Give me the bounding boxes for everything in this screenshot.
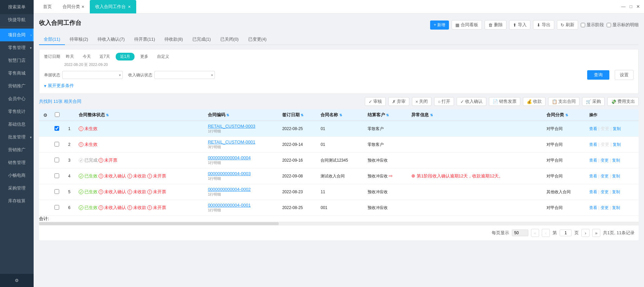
expense-out-button[interactable]: 💸 费用支出 xyxy=(607,97,639,106)
filter-tab-pending-income[interactable]: 待收入确认(7) xyxy=(93,34,129,45)
expand-conditions-button[interactable]: ▾ 展开更多条件 xyxy=(44,83,634,89)
sidebar-item-retail-stats[interactable]: 零售统计 xyxy=(0,105,34,118)
delete-button[interactable]: 🗑 删除 xyxy=(485,20,506,30)
row-checkbox-1[interactable] xyxy=(51,121,63,137)
contract-code-link-6[interactable]: 0000000000004-0001 xyxy=(208,203,251,208)
close-icon[interactable]: ✕ xyxy=(81,5,84,9)
page-input[interactable] xyxy=(560,230,572,236)
income-confirm-select[interactable] xyxy=(154,71,215,79)
date-yesterday[interactable]: 昨天 xyxy=(63,53,77,60)
purchase-button[interactable]: 🛒 采购 xyxy=(582,97,605,106)
col-checkbox-all[interactable] xyxy=(51,109,63,121)
sidebar-item-purchase[interactable]: 采购管理 xyxy=(0,182,34,195)
row-expand-1[interactable] xyxy=(39,121,51,137)
close-contract-button[interactable]: × 关闭 xyxy=(412,97,432,106)
review-button[interactable]: ✓ 审核 xyxy=(365,97,386,106)
sidebar-item-smart-store[interactable]: 智慧门店 xyxy=(0,54,34,67)
sidebar-item-ecommerce[interactable]: 小畅电商 xyxy=(0,169,34,182)
filter-tab-changed[interactable]: 已变更(4) xyxy=(243,34,271,45)
col-contract-code[interactable]: 合同编码 ⇅ xyxy=(204,109,279,121)
view-btn-3[interactable]: 查看 xyxy=(589,158,597,163)
query-button[interactable]: 查询 xyxy=(587,70,609,80)
sidebar-item-retail-mgmt[interactable]: 零售管理 ▾ xyxy=(0,41,34,54)
last-page-btn[interactable]: » xyxy=(592,229,600,237)
view-btn-5[interactable]: 查看 xyxy=(589,190,597,194)
sidebar-item-retail-mall[interactable]: 零售商城 xyxy=(0,67,34,80)
filter-tab-pending-invoice[interactable]: 待开票(11) xyxy=(129,34,160,45)
horizontal-scrollbar[interactable] xyxy=(39,222,279,225)
filter-tab-all[interactable]: 全部(11) xyxy=(39,34,65,45)
export-button[interactable]: ⬇ 导出 xyxy=(533,20,554,30)
minimize-icon[interactable]: — xyxy=(621,4,626,9)
contract-board-button[interactable]: ▦ 合同看板 xyxy=(452,20,482,30)
copy-btn-5[interactable]: 复制 xyxy=(612,190,620,194)
income-confirm-button[interactable]: ✓ 收入确认 xyxy=(457,97,486,106)
contract-code-link-5[interactable]: 0000000000004-0002 xyxy=(208,187,251,192)
sidebar-item-member[interactable]: 会员中心 xyxy=(0,92,34,105)
first-page-btn[interactable]: « xyxy=(531,229,539,237)
next-page-btn[interactable]: › xyxy=(581,229,590,237)
contract-code-link-2[interactable]: RETAIL_CUSTOM-0001 xyxy=(208,139,255,145)
page-size-select[interactable]: 50 100 xyxy=(512,230,528,236)
copy-btn-4[interactable]: 复制 xyxy=(612,174,620,178)
sidebar-search[interactable]: 搜索菜单 xyxy=(0,0,34,14)
col-sign-date[interactable]: 签订日期 ⇅ xyxy=(279,109,317,121)
col-category[interactable]: 合同分类 ⇅ xyxy=(543,109,585,121)
doc-status-select[interactable] xyxy=(62,71,123,79)
copy-btn-6[interactable]: 复制 xyxy=(612,205,620,210)
show-stage-checkbox[interactable]: 显示阶段 xyxy=(581,22,604,28)
contract-code-link-3[interactable]: 0000000000004-0004 xyxy=(208,155,251,160)
copy-btn-1[interactable]: 复制 xyxy=(613,126,621,131)
sidebar-item-sales-mgmt[interactable]: 销售管理 xyxy=(0,156,34,169)
view-btn-2[interactable]: 查看 xyxy=(589,142,597,147)
col-contract-name[interactable]: 合同名称 ⇅ xyxy=(317,109,364,121)
col-abnormal[interactable]: 异常信息 ⇅ xyxy=(408,109,543,121)
open-contract-button[interactable]: ○ 打开 xyxy=(434,97,454,106)
date-more[interactable]: 更多 xyxy=(137,53,151,60)
sidebar-settings[interactable]: ⚙ xyxy=(0,274,34,287)
filter-tab-closed[interactable]: 已关闭(0) xyxy=(216,34,243,45)
date-last7[interactable]: 近7天 xyxy=(97,53,113,60)
maximize-icon[interactable]: □ xyxy=(630,4,632,9)
view-btn-6[interactable]: 查看 xyxy=(589,205,597,210)
view-btn-1[interactable]: 查看 xyxy=(589,126,597,131)
reset-button[interactable]: 设置 xyxy=(615,70,634,80)
contract-code-link-4[interactable]: 0000000000004-0003 xyxy=(208,171,251,176)
view-btn-4[interactable]: 查看 xyxy=(589,174,597,178)
date-custom[interactable]: 自定义 xyxy=(154,53,172,60)
refresh-button[interactable]: ↻ 刷新 xyxy=(557,20,578,30)
sidebar-item-project[interactable]: 项目合同 › xyxy=(0,29,34,41)
add-button[interactable]: + 新增 xyxy=(430,20,449,30)
filter-tab-pending-payment[interactable]: 待收款(8) xyxy=(160,34,188,45)
col-customer[interactable]: 结算客户 ⇅ xyxy=(364,109,408,121)
import-button[interactable]: ⬆ 导入 xyxy=(509,20,530,30)
date-today[interactable]: 今天 xyxy=(80,53,94,60)
change-btn-4[interactable]: 变更 xyxy=(601,174,609,178)
sidebar-item-marketing[interactable]: 营销推广 xyxy=(0,80,34,92)
col-settings[interactable]: ⊙ xyxy=(39,109,51,121)
change-btn-3[interactable]: 变更 xyxy=(601,158,609,163)
window-close-icon[interactable]: ✕ xyxy=(636,4,640,9)
change-btn-5[interactable]: 变更 xyxy=(601,190,609,194)
show-detail-checkbox[interactable]: 显示标的明细 xyxy=(607,22,639,28)
tab-home[interactable]: 首页 xyxy=(38,0,57,13)
tab-income-workbench[interactable]: 收入合同工作台 ✕ xyxy=(90,0,136,13)
col-overall-status[interactable]: 合同整体状态 ⇅ xyxy=(75,109,204,121)
payment-button[interactable]: 💰 收款 xyxy=(523,97,545,106)
close-icon-2[interactable]: ✕ xyxy=(128,0,131,13)
sidebar-item-batch-marketing[interactable]: 营销推广 xyxy=(0,144,34,156)
sidebar-item-batch-mgmt[interactable]: 批发管理 ▾ xyxy=(0,131,34,144)
filter-tab-completed[interactable]: 已完成(1) xyxy=(188,34,216,45)
sales-invoice-button[interactable]: 📄 销售发票 xyxy=(489,97,520,106)
sidebar-item-basic-info[interactable]: 基础信息 xyxy=(0,118,34,131)
change-btn-6[interactable]: 变更 xyxy=(601,205,609,210)
tab-contract-category[interactable]: 合同分类 ✕ xyxy=(57,0,90,13)
expense-contract-button[interactable]: 📋 支出合同 xyxy=(548,97,579,106)
abandon-review-button[interactable]: ✗ 弃审 xyxy=(388,97,409,106)
sidebar-nav[interactable]: 快捷导航 xyxy=(0,14,34,27)
copy-btn-3[interactable]: 复制 xyxy=(612,158,620,163)
copy-btn-2[interactable]: 复制 xyxy=(613,142,621,147)
prev-page-btn[interactable]: ‹ xyxy=(542,229,550,237)
filter-tab-pending-review[interactable]: 待审核(2) xyxy=(65,34,93,45)
date-last1month[interactable]: 近1月 xyxy=(116,53,135,60)
